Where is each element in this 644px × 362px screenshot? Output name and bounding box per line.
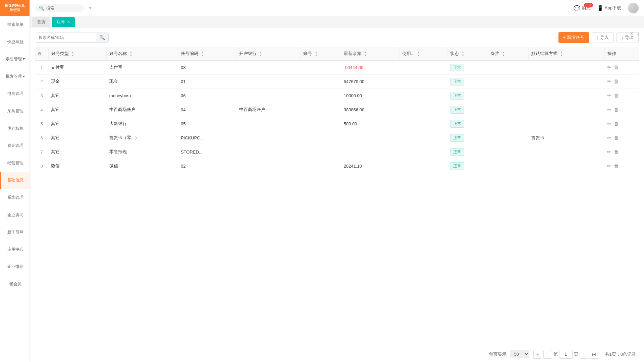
cell-bank xyxy=(236,60,301,74)
app-icon: 📱 xyxy=(597,5,603,11)
sidebar-item-finance-mgmt[interactable]: 资金管理 xyxy=(0,137,30,155)
cell-name: 大新银行 xyxy=(107,117,178,131)
cell-account xyxy=(301,74,341,88)
account-search-box[interactable]: 🔍 xyxy=(35,33,109,43)
cell-note xyxy=(488,74,529,88)
th-action: 操作 xyxy=(604,47,639,60)
cell-code: 03 xyxy=(178,60,236,74)
import-btn[interactable]: ↑ 导入 xyxy=(592,32,614,43)
edit-btn[interactable]: ✏ xyxy=(607,93,611,98)
table-row: 4 其它 中百商场账户 04 中百商场账户 383866.00 正常 ✏ 🗑 xyxy=(35,103,639,117)
sidebar-item-enterprise-wechat[interactable]: 企业微信 xyxy=(0,258,30,276)
cell-default-payment xyxy=(529,103,605,117)
cell-type: 现金 xyxy=(48,74,107,88)
edit-btn[interactable]: ✏ xyxy=(607,107,611,112)
cell-balance: 383866.00 xyxy=(341,103,399,117)
page-nav: ⏮ ‹ 第 页 › ⏭ xyxy=(533,350,598,359)
account-search-btn[interactable]: 🔍 xyxy=(96,33,108,42)
cell-name: 零售抵现 xyxy=(107,145,178,159)
cell-status: 正常 xyxy=(447,88,488,103)
cell-default-payment xyxy=(529,159,605,173)
cell-balance: 28241.10 xyxy=(341,159,399,173)
page-size-select[interactable]: 50 100 200 xyxy=(511,350,529,358)
page-number-input[interactable] xyxy=(559,350,573,359)
page-next-btn[interactable]: › xyxy=(580,350,588,359)
topbar-search-input[interactable] xyxy=(46,6,80,10)
edit-btn[interactable]: ✏ xyxy=(607,121,611,126)
cell-default-payment xyxy=(529,117,605,131)
delete-btn[interactable]: 🗑 xyxy=(614,107,619,112)
sidebar-item-new-guide[interactable]: 新手引导 xyxy=(0,224,30,241)
edit-btn[interactable]: ✏ xyxy=(607,163,611,169)
cell-code: 06 xyxy=(178,88,236,103)
cell-account xyxy=(301,88,341,103)
cell-balance: 500.00 xyxy=(341,117,399,131)
account-search-input[interactable] xyxy=(35,33,96,42)
delete-btn[interactable]: 🗑 xyxy=(614,79,619,84)
sidebar-item-ops-mgmt[interactable]: 经营管理 xyxy=(0,155,30,172)
cell-num: 7 xyxy=(35,145,48,159)
cell-usage xyxy=(399,145,447,159)
sidebar-logo: 稻谷进好生意 乐进版 xyxy=(0,0,30,16)
cell-bank xyxy=(236,88,301,103)
delete-btn[interactable]: 🗑 xyxy=(614,163,619,169)
cell-name: 支付宝 xyxy=(107,60,178,74)
sidebar-item-basic-info[interactable]: 基础信息 xyxy=(0,172,30,189)
page-label: 第 xyxy=(553,351,558,357)
sidebar-item-ecommerce-mgmt[interactable]: 电商管理 xyxy=(0,85,30,103)
sidebar-item-app-center[interactable]: 应用中心 xyxy=(0,241,30,258)
topbar-chevron-icon[interactable]: ▾ xyxy=(89,6,91,10)
topbar-search-box[interactable]: 🔍 xyxy=(35,4,84,12)
cell-type: 其它 xyxy=(48,131,107,145)
cell-usage xyxy=(399,60,447,74)
th-settings[interactable]: ⚙ xyxy=(35,47,48,60)
table-header-row: ⚙ 账号类型 ▲▼ 账号名称 ▲▼ 账号编码 ▲▼ 开户银行 ▲▼ 账号 ▲▼ … xyxy=(35,47,639,60)
cell-num: 3 xyxy=(35,88,48,103)
tab-home[interactable]: 首页 xyxy=(32,17,50,27)
sidebar-item-search-menu[interactable]: 搜索菜单 xyxy=(0,16,30,34)
cell-default-payment xyxy=(529,145,605,159)
add-account-btn[interactable]: + 新增账号 xyxy=(558,32,589,43)
cell-usage xyxy=(399,159,447,173)
cell-name: 提货卡（零...） xyxy=(107,131,178,145)
th-name: 账号名称 ▲▼ xyxy=(107,47,178,60)
edit-btn[interactable]: ✏ xyxy=(607,79,611,84)
edit-btn[interactable]: ✏ xyxy=(607,135,611,140)
edit-btn[interactable]: ✏ xyxy=(607,65,611,70)
tabbar: 首页 账号 ✕ xyxy=(30,16,644,28)
window-close-btn[interactable]: ✕ xyxy=(630,31,634,36)
delete-btn[interactable]: 🗑 xyxy=(614,65,619,70)
sidebar-item-quick-nav[interactable]: 快捷导航 xyxy=(0,34,30,51)
sidebar-item-retail-mgmt[interactable]: 零售管理 ▾ xyxy=(0,51,30,68)
topbar-msg-btn[interactable]: 💬 消息 99+ xyxy=(574,5,590,11)
th-type: 账号类型 ▲▼ xyxy=(48,47,107,60)
cell-bank xyxy=(236,159,301,173)
delete-btn[interactable]: 🗑 xyxy=(614,149,619,155)
tab-accounts-close-icon[interactable]: ✕ xyxy=(67,20,70,24)
cell-usage xyxy=(399,103,447,117)
accounts-table: ⚙ 账号类型 ▲▼ 账号名称 ▲▼ 账号编码 ▲▼ 开户银行 ▲▼ 账号 ▲▼ … xyxy=(35,47,639,173)
page-last-btn[interactable]: ⏭ xyxy=(590,350,598,359)
cell-type: 支付宝 xyxy=(48,60,107,74)
sidebar-item-wholesale-mgmt[interactable]: 批发管理 ▾ xyxy=(0,68,30,85)
cell-note xyxy=(488,131,529,145)
sidebar-item-member[interactable]: 畅会员 xyxy=(0,276,30,293)
topbar-app-download[interactable]: 📱 App下载 xyxy=(597,5,621,11)
cell-usage xyxy=(399,88,447,103)
delete-btn[interactable]: 🗑 xyxy=(614,135,619,140)
page-prev-btn[interactable]: ‹ xyxy=(543,350,552,359)
sidebar-item-enterprise-agreement[interactable]: 企业协同 xyxy=(0,206,30,224)
page-first-btn[interactable]: ⏮ xyxy=(533,350,542,359)
cell-num: 8 xyxy=(35,159,48,173)
cell-note xyxy=(488,159,529,173)
edit-btn[interactable]: ✏ xyxy=(607,149,611,155)
content-toolbar: 🔍 + 新增账号 ↑ 导入 ↓ 导出 xyxy=(30,28,644,47)
topbar-avatar[interactable] xyxy=(628,3,639,13)
sidebar-item-purchase-mgmt[interactable]: 采购管理 xyxy=(0,103,30,120)
delete-btn[interactable]: 🗑 xyxy=(614,93,619,98)
window-expand-btn[interactable]: ⤢ xyxy=(636,31,640,36)
sidebar-item-inventory-check[interactable]: 库存核算 xyxy=(0,120,30,137)
tab-accounts[interactable]: 账号 ✕ xyxy=(52,17,75,27)
delete-btn[interactable]: 🗑 xyxy=(614,121,619,126)
sidebar-item-system-mgmt[interactable]: 系统管理 xyxy=(0,189,30,206)
